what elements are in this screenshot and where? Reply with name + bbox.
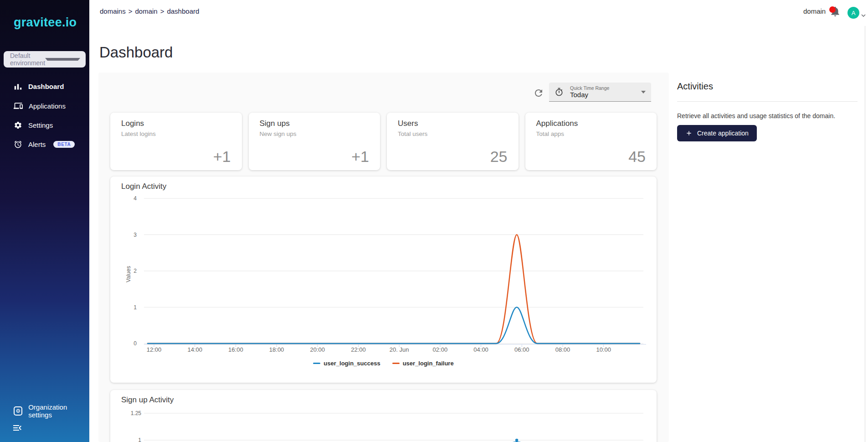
stat-value: 45 <box>628 148 646 166</box>
menu-collapse-icon <box>12 422 23 433</box>
chevron-down-icon <box>45 58 80 61</box>
collapse-sidebar-button[interactable] <box>12 422 23 435</box>
stopwatch-icon <box>555 88 564 97</box>
create-application-label: Create application <box>697 130 749 137</box>
stat-title: Users <box>398 119 418 128</box>
user-menu-chevron[interactable] <box>861 11 866 19</box>
stat-subtitle: Latest logins <box>121 130 156 137</box>
stats-row: Logins Latest logins +1 Sign ups New sig… <box>110 113 657 170</box>
stat-value: +1 <box>351 148 369 166</box>
breadcrumb-separator: > <box>160 7 164 15</box>
sidebar-item-applications[interactable]: Applications <box>0 100 89 111</box>
x-tick-label: 20:00 <box>310 346 325 353</box>
x-tick-label: 20. Jun <box>390 346 409 353</box>
y-tick-label: 4 <box>118 195 137 202</box>
breadcrumb-link-domain[interactable]: domain <box>135 7 157 15</box>
sidebar-item-label: Settings <box>28 121 53 129</box>
sidebar: gravitee.io Default environment Dashboar… <box>0 0 89 442</box>
stat-subtitle: New sign ups <box>260 130 297 137</box>
devices-icon <box>14 101 23 110</box>
x-tick-label: 02:00 <box>433 346 448 353</box>
legend-label: user_login_success <box>324 360 380 367</box>
stat-card-applications: Applications Total apps 45 <box>525 113 657 170</box>
avatar[interactable]: A <box>847 7 859 19</box>
stat-card-users: Users Total users 25 <box>387 113 519 170</box>
sidebar-item-organization-settings[interactable]: ⚙ Organization settings <box>0 406 89 416</box>
chevron-down-icon <box>641 91 646 94</box>
create-application-button[interactable]: Create application <box>677 125 757 141</box>
activities-description: Retrieve all activities and usage statis… <box>677 112 835 120</box>
sidebar-item-label: Dashboard <box>28 83 64 90</box>
activities-title: Activities <box>677 81 713 92</box>
gravitee-logo: gravitee.io <box>14 16 77 30</box>
stat-title: Applications <box>536 119 578 128</box>
gear-icon <box>14 121 22 130</box>
y-tick-label: 0 <box>118 340 137 347</box>
x-tick-label: 16:00 <box>228 346 243 353</box>
y-tick-label: 1 <box>123 437 141 442</box>
y-tick-label: 1.25 <box>123 410 141 416</box>
legend-marker <box>392 363 400 364</box>
quick-time-range-label: Quick Time Range <box>570 85 609 91</box>
sidebar-item-label: Organization settings <box>28 403 89 419</box>
legend-item-user_login_failure[interactable]: user_login_failure <box>392 360 454 367</box>
sidebar-item-settings[interactable]: Settings <box>0 120 89 130</box>
stat-subtitle: Total apps <box>536 130 565 137</box>
legend-marker <box>313 363 320 364</box>
breadcrumb-current-dashboard: dashboard <box>167 7 199 15</box>
refresh-button[interactable] <box>533 88 545 99</box>
plus-icon <box>685 130 693 137</box>
x-tick-label: 22:00 <box>351 346 366 353</box>
sidebar-item-label: Applications <box>29 102 66 110</box>
dashboard-panel: Quick Time Range Today Logins Latest log… <box>98 73 669 442</box>
stat-subtitle: Total users <box>398 130 427 137</box>
x-tick-label: 06:00 <box>514 346 529 353</box>
sidebar-item-dashboard[interactable]: Dashboard <box>0 81 89 92</box>
alarm-clock-icon <box>14 140 22 149</box>
sidebar-item-label: Alerts <box>28 140 46 148</box>
x-tick-label: 08:00 <box>555 346 570 353</box>
breadcrumb-separator: > <box>128 7 133 15</box>
x-tick-label: 04:00 <box>473 346 488 353</box>
divider <box>677 101 858 102</box>
breadcrumb-link-domains[interactable]: domains <box>100 7 126 15</box>
current-domain-label: domain <box>803 7 826 15</box>
x-tick-label: 14:00 <box>187 346 202 353</box>
refresh-icon <box>533 88 544 99</box>
organization-settings-icon: ⚙ <box>14 406 22 416</box>
legend-item-user_login_success[interactable]: user_login_success <box>313 360 380 367</box>
chart-legend: user_login_successuser_login_failure <box>110 360 657 367</box>
environment-select-value: Default environment <box>10 52 45 67</box>
stat-value: +1 <box>213 148 231 166</box>
breadcrumb: domains>domain>dashboard <box>100 7 199 15</box>
avatar-initial: A <box>852 10 856 16</box>
stat-card-signups: Sign ups New sign ups +1 <box>249 113 380 170</box>
y-tick-label: 3 <box>118 232 137 238</box>
environment-select[interactable]: Default environment <box>4 51 86 68</box>
stat-card-logins: Logins Latest logins +1 <box>110 113 242 170</box>
bar-chart-icon <box>14 82 22 91</box>
x-tick-label: 18:00 <box>269 346 284 353</box>
login-activity-card: Login Activity Values 01234 12:0014:0016… <box>110 177 657 383</box>
stat-title: Sign ups <box>260 119 290 128</box>
x-tick-label: 12:00 <box>147 346 162 353</box>
y-tick-label: 2 <box>118 268 137 274</box>
notification-badge <box>829 6 836 13</box>
signup-activity-chart[interactable] <box>110 390 657 442</box>
quick-time-range-select[interactable]: Quick Time Range Today <box>549 83 651 102</box>
stat-title: Logins <box>121 119 144 128</box>
x-tick-label: 10:00 <box>596 346 611 353</box>
stat-value: 25 <box>490 148 508 166</box>
quick-time-range-value: Today <box>570 91 588 99</box>
chevron-down-icon <box>861 14 866 17</box>
signup-activity-card: Sign up Activity 1.251 <box>110 390 657 442</box>
vertical-scrollbar[interactable] <box>865 26 868 442</box>
page-title: Dashboard <box>99 44 173 61</box>
legend-label: user_login_failure <box>403 360 454 367</box>
sidebar-item-alerts[interactable]: Alerts BETA <box>0 139 89 150</box>
y-tick-label: 1 <box>118 304 137 311</box>
beta-badge: BETA <box>53 141 75 148</box>
gravitee-am-dashboard: gravitee.io Default environment Dashboar… <box>0 0 868 442</box>
